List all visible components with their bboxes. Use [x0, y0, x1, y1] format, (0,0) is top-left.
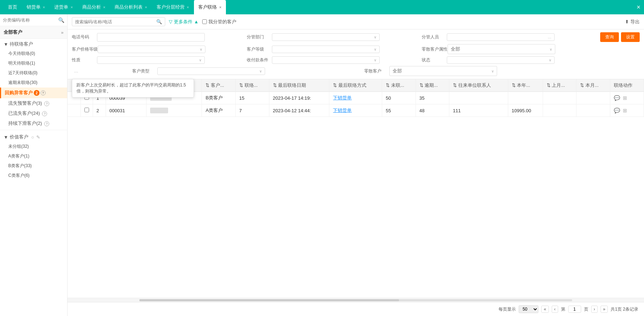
sidebar-item-class-c[interactable]: C类客户(6): [0, 171, 67, 180]
pending-contact-group[interactable]: ▼ 待联络客户: [0, 39, 67, 49]
customer-level-select[interactable]: ∨: [272, 46, 380, 53]
settings-button[interactable]: 设置: [621, 32, 640, 42]
row1-last-contact-date: 2023-04-17 14:19:: [269, 92, 329, 104]
close-customer-tier-icon[interactable]: ×: [187, 5, 189, 9]
churn-warning-help-icon[interactable]: ?: [44, 101, 49, 106]
close-purchase-icon[interactable]: ×: [70, 5, 73, 9]
sidebar-item-class-a[interactable]: A类客户(1): [0, 151, 67, 161]
value-customer-group[interactable]: ▼ 价值客户 ○ ✎: [0, 132, 67, 142]
row2-contact-method-link[interactable]: 下销货单: [333, 108, 352, 113]
nav-customer-tier[interactable]: 客户分层经营 ×: [152, 0, 193, 14]
row2-grid-icon[interactable]: ⊞: [623, 108, 627, 113]
nav-product-analysis-list[interactable]: 商品分析列表 ×: [110, 0, 151, 14]
more-conditions-btn[interactable]: ▽ 更多条件 ▲: [169, 19, 199, 25]
phone-label: 电话号码: [72, 34, 97, 40]
sidebar-collapse-btn[interactable]: »: [61, 30, 64, 35]
customer-type-select[interactable]: ∨: [157, 67, 265, 75]
export-btn[interactable]: ⬆ 导出: [625, 19, 640, 25]
row1-contact-method-link[interactable]: 下销货单: [333, 95, 352, 100]
retail-attr-value: 全部: [451, 46, 460, 52]
close-all-tabs[interactable]: ×: [636, 4, 640, 11]
col-uncontacted-header: ⇅ 未联...: [382, 79, 416, 92]
row2-uncontacted: 55: [382, 104, 416, 117]
my-customers-checkbox[interactable]: [202, 19, 207, 24]
close-customer-contact-icon[interactable]: ×: [219, 5, 221, 9]
nav-customer-contact[interactable]: 客户联络 ×: [194, 0, 226, 14]
last-page-btn[interactable]: »: [601, 306, 608, 313]
row2-checkbox[interactable]: [84, 108, 89, 112]
retail-customer-label: 零散客户: [364, 68, 389, 74]
scroll-thumb[interactable]: [139, 299, 399, 301]
pending-contact-arrow: ▼: [4, 42, 8, 47]
col-last-contact-date-sort-icon: ⇅: [273, 82, 277, 88]
row2-chat-icon[interactable]: 💬: [614, 108, 620, 113]
horizontal-scrollbar[interactable]: [68, 298, 644, 302]
payment-select[interactable]: ∨: [272, 56, 380, 64]
nav-product-analysis[interactable]: 商品分析 ×: [78, 0, 110, 14]
filter-actions: 查询 设置: [600, 32, 640, 42]
query-button[interactable]: 查询: [600, 32, 619, 42]
status-select[interactable]: ∨: [447, 56, 555, 64]
close-product-analysis-icon[interactable]: ×: [103, 5, 105, 9]
row1-chat-icon[interactable]: 💬: [614, 95, 620, 101]
retail-customer-field: 零散客户 全部 ∨: [364, 66, 594, 76]
next-page-btn[interactable]: ›: [591, 306, 598, 313]
phone-input[interactable]: [97, 33, 205, 42]
status-field: 状态 ∨: [422, 56, 594, 64]
value-customer-circle-icon[interactable]: ○: [31, 135, 34, 140]
row2-name-masked: [150, 108, 168, 113]
close-sales-icon[interactable]: ×: [43, 5, 45, 9]
more-field: …: [72, 69, 129, 74]
row1-actions: 💬 ⊞: [610, 92, 644, 104]
dept-select[interactable]: ∨: [272, 33, 380, 41]
app-container: 首页 销货单 × 进货单 × 商品分析 × 商品分析列表 × 客户分层经营 × …: [0, 0, 644, 316]
sidebar-item-tomorrow-pending[interactable]: 明天待联络(1): [0, 58, 67, 68]
per-page-select[interactable]: 50 100: [519, 305, 538, 313]
my-customers-filter: 我分管的客户: [202, 19, 236, 25]
retail-attr-chevron: ∨: [550, 47, 552, 51]
retail-customer-select[interactable]: 全部 ∨: [389, 66, 497, 76]
nav-sales[interactable]: 销货单 ×: [22, 0, 49, 14]
price-level-label: 客户价格等级: [72, 46, 98, 52]
churned-help-icon[interactable]: ?: [42, 111, 47, 116]
prev-page-btn[interactable]: ‹: [552, 306, 558, 313]
more-filter-dots[interactable]: …: [72, 69, 80, 74]
col-contact-count-sort-icon: ⇅: [239, 82, 243, 88]
filter-search-input[interactable]: [75, 19, 154, 24]
sidebar-item-churn-warning[interactable]: 流失预警客户(3) ?: [0, 98, 67, 108]
repurchase-anomaly-help-icon[interactable]: ?: [41, 90, 46, 95]
nature-label: 性质: [72, 57, 97, 63]
sidebar-item-overdue[interactable]: 逾期未联络(30): [0, 78, 67, 88]
filter-search-wrapper: 🔍: [72, 17, 165, 26]
price-level-select[interactable]: ∨: [98, 46, 205, 53]
sidebar-item-declining[interactable]: 持续下滑客户(2) ?: [0, 118, 67, 128]
col-last-contact-method-header: ⇅ 最后联络方式: [329, 79, 382, 92]
sidebar-item-7days-pending[interactable]: 近7天待联络(0): [0, 68, 67, 78]
sidebar-item-today-pending[interactable]: 今天待联络(0): [0, 49, 67, 58]
value-customer-edit-icon[interactable]: ✎: [36, 135, 40, 140]
close-product-analysis-list-icon[interactable]: ×: [145, 5, 147, 9]
col-action-header: 联络动作: [610, 79, 644, 92]
sidebar-search-input[interactable]: [3, 18, 57, 23]
dept-label: 分管部门: [247, 34, 272, 40]
sidebar-item-unclassified[interactable]: 未分组(32): [0, 142, 67, 151]
sidebar-item-churned[interactable]: 已流失客户(24) ?: [0, 108, 67, 118]
sidebar-search-icon[interactable]: 🔍: [58, 17, 64, 23]
sidebar-item-class-b[interactable]: B类客户(33): [0, 161, 67, 171]
all-customers-label: 全部客户: [4, 29, 22, 36]
col-last-contact-date-header: ⇅ 最后联络日期: [269, 79, 329, 92]
manager-select[interactable]: …: [447, 33, 555, 41]
nav-purchase[interactable]: 进货单 ×: [50, 0, 77, 14]
nature-select[interactable]: ∨: [97, 56, 205, 64]
pending-contact-label: 待联络客户: [10, 41, 33, 47]
declining-help-icon[interactable]: ?: [44, 121, 49, 126]
retail-attr-select[interactable]: 全部 ∨: [448, 44, 555, 54]
nav-home[interactable]: 首页: [4, 0, 22, 14]
col-overdue-sort-icon: ⇅: [420, 82, 423, 88]
first-page-btn[interactable]: «: [541, 306, 549, 313]
filter-search-icon[interactable]: 🔍: [156, 19, 162, 24]
row1-grid-icon[interactable]: ⊞: [623, 95, 627, 101]
page-number-input[interactable]: [568, 306, 581, 313]
pagination-bar: 每页显示 50 100 « ‹ 第 页 › » 共1页 2条记录: [68, 302, 644, 316]
repurchase-anomaly-group[interactable]: 回购异常客户 2 ?: [0, 88, 67, 98]
